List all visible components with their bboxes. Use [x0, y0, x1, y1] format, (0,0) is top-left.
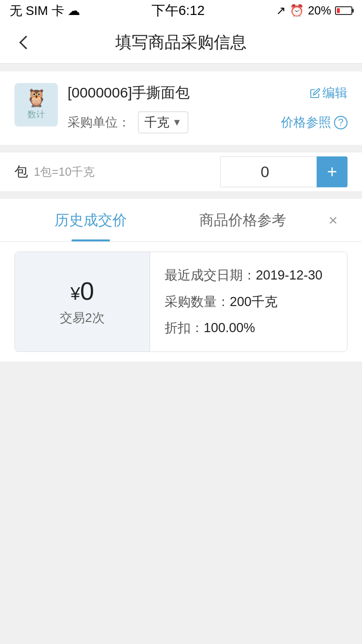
price-ref-label: 价格参照 — [281, 114, 331, 131]
status-left: 无 SIM 卡 ☁ — [10, 2, 80, 19]
product-row: 🦉 数计 [0000006]手撕面包 编辑 采购单位： 千克 — [14, 83, 348, 133]
close-icon: × — [329, 211, 338, 229]
price-ref-button[interactable]: 价格参照 ? — [281, 114, 348, 131]
back-button[interactable] — [10, 28, 39, 57]
edit-button[interactable]: 编辑 — [310, 84, 348, 101]
location-icon: ↗ — [276, 4, 286, 17]
card-price: ¥0 — [70, 277, 94, 306]
dropdown-arrow-icon: ▼ — [172, 117, 182, 128]
price-symbol: ¥ — [70, 284, 80, 304]
back-icon — [19, 35, 33, 49]
tab-history-price[interactable]: 历史成交价 — [14, 199, 167, 241]
status-time: 下午6:12 — [152, 1, 205, 20]
quantity-unit-badge: 包 — [14, 163, 28, 181]
date-value: 2019-12-30 — [256, 268, 322, 282]
product-thumbnail: 🦉 数计 — [14, 83, 58, 126]
history-card: ¥0 交易2次 最近成交日期：2019-12-30 采购数量：200千克 折扣：… — [14, 252, 348, 352]
quantity-input[interactable] — [220, 156, 317, 187]
purchase-unit-label: 采购单位： — [68, 115, 130, 129]
quantity-conversion: 1包=10千克 — [34, 164, 95, 180]
tab-close-button[interactable]: × — [319, 206, 348, 235]
date-label: 最近成交日期： — [165, 268, 256, 282]
logo-subtitle: 数计 — [28, 109, 45, 120]
card-qty-row: 采购数量：200千克 — [165, 292, 333, 312]
qty-label: 采购数量： — [165, 294, 230, 309]
nav-header: 填写商品采购信息 — [0, 21, 362, 64]
discount-label: 折扣： — [165, 321, 204, 335]
tabs-header: 历史成交价 商品价格参考 × — [0, 199, 362, 241]
quantity-label-group: 包 1包=10千克 — [14, 163, 95, 181]
tab-history-label: 历史成交价 — [55, 210, 127, 230]
status-right: ↗ ⏰ 20% — [276, 4, 352, 17]
quantity-section: 包 1包=10千克 + — [0, 153, 362, 191]
product-name-row: [0000006]手撕面包 编辑 — [68, 83, 348, 103]
quantity-plus-button[interactable]: + — [317, 156, 348, 187]
alarm-icon: ⏰ — [290, 4, 304, 17]
edit-label: 编辑 — [322, 84, 348, 101]
product-name: [0000006]手撕面包 — [68, 83, 190, 103]
purchase-unit-row: 采购单位： 千克 ▼ 价格参照 ? — [68, 112, 348, 133]
card-right: 最近成交日期：2019-12-30 采购数量：200千克 折扣：100.00% — [150, 252, 347, 351]
edit-icon — [310, 88, 320, 98]
price-value: 0 — [80, 277, 94, 305]
card-left: ¥0 交易2次 — [15, 252, 150, 351]
help-icon: ? — [334, 116, 348, 129]
qty-value: 200千克 — [230, 294, 278, 309]
battery-icon — [335, 6, 352, 15]
purchase-unit-group: 采购单位： 千克 ▼ — [68, 112, 188, 133]
card-trade-count: 交易2次 — [60, 309, 104, 326]
unit-dropdown[interactable]: 千克 ▼ — [138, 112, 188, 133]
battery-percent: 20% — [308, 4, 331, 17]
card-discount-row: 折扣：100.00% — [165, 318, 333, 338]
tabs-section: 历史成交价 商品价格参考 × — [0, 199, 362, 242]
card-section: ¥0 交易2次 最近成交日期：2019-12-30 采购数量：200千克 折扣：… — [0, 242, 362, 362]
page-title: 填写商品采购信息 — [115, 31, 247, 54]
product-info: [0000006]手撕面包 编辑 采购单位： 千克 ▼ — [68, 83, 348, 133]
card-date-row: 最近成交日期：2019-12-30 — [165, 266, 333, 285]
unit-value: 千克 — [144, 114, 169, 131]
status-bar: 无 SIM 卡 ☁ 下午6:12 ↗ ⏰ 20% — [0, 0, 362, 21]
product-logo-icon: 🦉 — [26, 89, 47, 107]
discount-value: 100.00% — [204, 321, 255, 335]
tab-product-label: 商品价格参考 — [199, 210, 286, 230]
tab-product-price[interactable]: 商品价格参考 — [167, 199, 319, 241]
quantity-input-group: + — [220, 156, 348, 187]
product-section: 🦉 数计 [0000006]手撕面包 编辑 采购单位： 千克 — [0, 71, 362, 145]
